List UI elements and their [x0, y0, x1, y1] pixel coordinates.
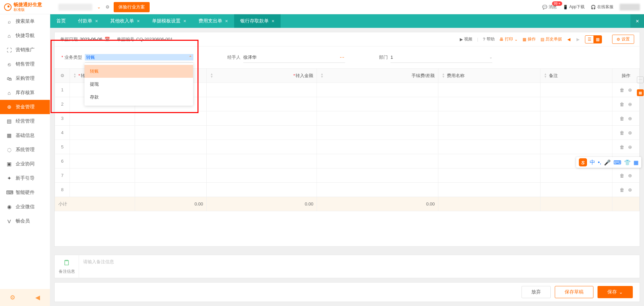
ime-toolbox-icon[interactable]: ▦ [633, 159, 639, 166]
help-link[interactable]: ?帮助 [483, 36, 495, 42]
cell[interactable] [70, 111, 135, 126]
cell[interactable] [541, 111, 612, 126]
sidebar-item-11[interactable]: ✦新手引导 [0, 171, 50, 185]
cell[interactable] [135, 111, 207, 126]
discard-button[interactable]: 放弃 [522, 286, 551, 298]
org-settings-icon[interactable]: ⚙ [106, 4, 110, 10]
ime-skin-icon[interactable]: 👕 [624, 159, 631, 166]
print-link[interactable]: 🖶打印⌄ [499, 36, 518, 42]
sidebar-item-9[interactable]: ◌系统管理 [0, 143, 50, 157]
dept-arrow-icon[interactable]: ⌄ [489, 55, 492, 59]
delete-row-icon[interactable]: 🗑 [620, 130, 624, 136]
add-row-icon[interactable]: ⊕ [628, 187, 632, 193]
handler-picker-icon[interactable]: ⋯ [340, 55, 345, 60]
cell[interactable] [438, 168, 541, 183]
add-row-icon[interactable]: ⊕ [628, 116, 632, 121]
ime-keyboard-icon[interactable]: ⌨ [613, 159, 621, 166]
delete-row-icon[interactable]: 🗑 [620, 173, 624, 178]
col-fee[interactable]: ▲▼手续费/差额 [317, 69, 438, 83]
app-download-link[interactable]: 📱 App下载 [563, 4, 585, 10]
sidebar-item-8[interactable]: ▦基础信息 [0, 128, 50, 143]
tab-close-icon[interactable]: ✕ [95, 19, 98, 23]
sidebar-item-10[interactable]: ▣企业协同 [0, 157, 50, 171]
cell[interactable] [207, 183, 317, 197]
save-button[interactable]: 保存⌄ [598, 286, 633, 298]
cell[interactable] [70, 183, 135, 197]
messages-link[interactable]: 💬 消息 99 + [542, 4, 557, 10]
cell[interactable] [207, 83, 317, 97]
delete-row-icon[interactable]: 🗑 [620, 102, 624, 107]
remark-input[interactable] [83, 259, 636, 264]
sidebar-item-3[interactable]: ⎋销售管理 [0, 57, 50, 71]
cell[interactable] [207, 111, 317, 126]
delete-row-icon[interactable]: 🗑 [620, 187, 624, 193]
sidebar-item-14[interactable]: V畅会员 [0, 214, 50, 228]
user-avatar-blur[interactable] [620, 4, 640, 11]
cell[interactable] [135, 126, 207, 140]
cell[interactable] [317, 83, 438, 97]
cell[interactable] [70, 168, 135, 183]
handler-input[interactable]: 徐泽华 ⋯ [243, 52, 345, 63]
cell[interactable] [70, 126, 135, 140]
cell[interactable] [70, 154, 135, 168]
cell[interactable] [317, 140, 438, 154]
cell[interactable] [317, 111, 438, 126]
sidebar-item-7[interactable]: ▤经营管理 [0, 114, 50, 128]
tab-4[interactable]: 费用支出单✕ [192, 14, 234, 28]
sidebar-item-2[interactable]: ⛶营销推广 [0, 43, 50, 57]
sidebar-settings-icon[interactable]: ⚙ [10, 294, 15, 301]
prev-doc-icon[interactable]: ◀ [567, 37, 571, 42]
cell[interactable] [207, 140, 317, 154]
table-row[interactable]: 8 🗑 ⊕ [55, 183, 640, 197]
cell[interactable] [207, 126, 317, 140]
video-link[interactable]: ▶视频 [460, 36, 472, 42]
cell[interactable] [438, 97, 541, 111]
cell[interactable] [438, 126, 541, 140]
biz-type-combo[interactable]: ⌃ [85, 52, 193, 63]
table-row[interactable]: 5 🗑 ⊕ [55, 140, 640, 154]
cell[interactable] [438, 83, 541, 97]
ime-mic-icon[interactable]: 🎤 [604, 159, 611, 166]
biz-type-option-2[interactable]: 存款 [84, 91, 193, 104]
biz-type-option-0[interactable]: 转账 [84, 65, 193, 78]
cell[interactable] [135, 168, 207, 183]
rail-icon-2[interactable]: ▦ [637, 89, 644, 96]
tab-close-icon[interactable]: ✕ [225, 19, 228, 23]
settings-button[interactable]: ⚙设置 [612, 35, 634, 44]
view-list-icon[interactable]: ☰ [585, 36, 593, 43]
history-link[interactable]: ▤历史单据 [541, 36, 562, 42]
ime-punct-icon[interactable]: •, [598, 159, 601, 165]
delete-row-icon[interactable]: 🗑 [620, 116, 624, 121]
sidebar-item-1[interactable]: ⌂快捷导航 [0, 29, 50, 43]
sidebar-item-0[interactable]: ⌕搜索菜单 [0, 14, 50, 29]
add-row-icon[interactable]: ⊕ [628, 130, 632, 136]
cell[interactable] [317, 154, 438, 168]
sidebar-item-12[interactable]: ⌨智能硬件 [0, 185, 50, 200]
experience-button[interactable]: 体验行业方案 [114, 2, 150, 12]
cell[interactable] [541, 168, 612, 183]
tab-close-icon[interactable]: ✕ [271, 19, 274, 23]
operate-link[interactable]: ▦操作 [523, 36, 536, 42]
delete-row-icon[interactable]: 🗑 [620, 87, 624, 93]
cell[interactable] [207, 168, 317, 183]
cell[interactable] [438, 111, 541, 126]
column-settings-icon[interactable]: ⚙ [55, 69, 70, 83]
cell[interactable] [541, 183, 612, 197]
org-dropdown-icon[interactable]: ⌄ [97, 4, 101, 10]
cell[interactable] [541, 126, 612, 140]
sidebar-item-4[interactable]: 🛍采购管理 [0, 71, 50, 86]
biz-type-input[interactable] [85, 54, 193, 60]
add-row-icon[interactable]: ⊕ [628, 87, 632, 93]
cell[interactable] [541, 140, 612, 154]
close-all-tabs-icon[interactable]: ✕ [630, 14, 644, 28]
col-transfer-in-amt[interactable]: ▲▼转入金额 [207, 69, 317, 83]
cell[interactable] [317, 97, 438, 111]
add-row-icon[interactable]: ⊕ [628, 144, 632, 150]
cell[interactable] [135, 183, 207, 197]
col-fee-name[interactable]: ▲▼费用名称 [438, 69, 541, 83]
save-draft-button[interactable]: 保存草稿 [555, 286, 593, 298]
tab-close-icon[interactable]: ✕ [183, 19, 186, 23]
cell[interactable] [438, 154, 541, 168]
sidebar-item-6[interactable]: ⊛资金管理 [0, 100, 50, 114]
calendar-icon[interactable]: 📅 [105, 37, 110, 42]
